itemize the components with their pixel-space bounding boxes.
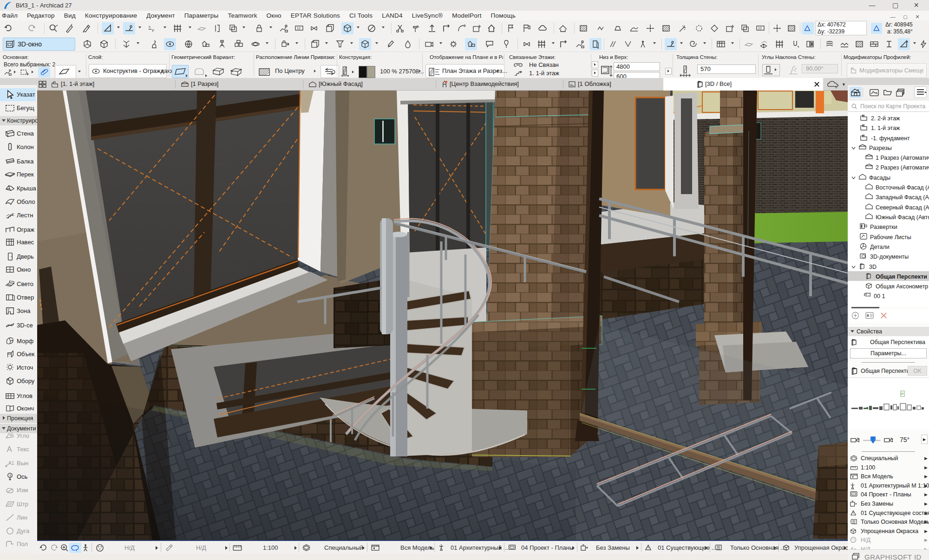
svg-text:A: A xyxy=(7,445,12,453)
svg-text:12: 12 xyxy=(297,26,301,30)
svg-text:x: x xyxy=(149,25,150,29)
svg-text:α: α xyxy=(795,66,797,71)
svg-text:α: α xyxy=(11,432,13,435)
svg-text:A1: A1 xyxy=(8,460,14,466)
svg-text:12: 12 xyxy=(758,26,762,30)
svg-text:P: P xyxy=(901,392,903,396)
svg-text:1: 1 xyxy=(9,474,11,478)
svg-text:y:: y: xyxy=(152,28,155,32)
